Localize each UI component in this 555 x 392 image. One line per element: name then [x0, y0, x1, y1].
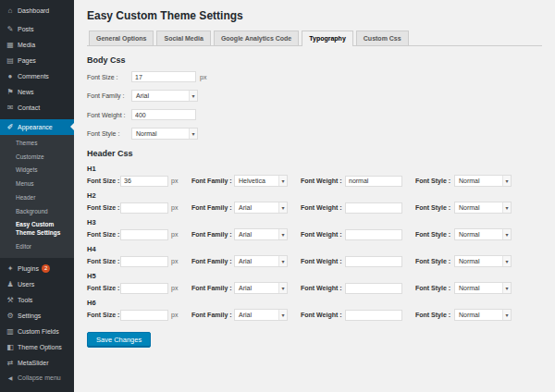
sidebar-item-dashboard[interactable]: ⌂ Dashboard — [0, 3, 74, 18]
h4-block: H4 Font Size : px Font Family : Arial ▾ … — [87, 245, 542, 267]
settings-page: Easy Custom Theme Settings General Optio… — [74, 0, 555, 392]
sidebar-item-tools[interactable]: ⚒ Tools — [0, 292, 74, 308]
sidebar-item-pages[interactable]: ▤ Pages — [0, 53, 74, 68]
tab-general-options[interactable]: General Options — [89, 31, 154, 45]
h1-font-family-select[interactable]: Helvetica ▾ — [234, 175, 288, 187]
sidebar-item-theme-options[interactable]: ◧ Theme Options — [0, 339, 74, 355]
sidebar-item-metaslider[interactable]: ⇄ MetaSlider — [0, 355, 74, 371]
h2-font-style-select[interactable]: Normal ▾ — [454, 202, 512, 214]
h3-block: H3 Font Size : px Font Family : Arial ▾ … — [87, 218, 542, 240]
h5-label: H5 — [87, 272, 542, 280]
font-size-label: Font Size : — [87, 178, 120, 184]
h3-font-family-select[interactable]: Arial ▾ — [234, 228, 288, 240]
contact-icon: ✉ — [6, 104, 15, 112]
h2-font-family-select[interactable]: Arial ▾ — [234, 202, 288, 214]
submenu-item-themes[interactable]: Themes — [0, 137, 74, 151]
sidebar-item-label: Dashboard — [18, 7, 49, 14]
h2-label: H2 — [87, 191, 542, 200]
h5-font-style-select[interactable]: Normal ▾ — [454, 282, 512, 294]
h2-font-weight-input[interactable] — [345, 202, 402, 214]
sidebar-item-label: Comments — [18, 73, 49, 80]
sidebar-item-collapse-menu[interactable]: ◀ Collapse menu — [0, 371, 74, 385]
tab-custom-css[interactable]: Custom Css — [356, 31, 409, 45]
body-font-family-select[interactable]: Arial ▾ — [131, 90, 198, 102]
font-family-label: Font Family : — [191, 231, 234, 238]
sidebar-item-label: Plugins — [18, 265, 39, 272]
sidebar-item-custom-fields[interactable]: ▥ Custom Fields — [0, 324, 74, 339]
sidebar-item-settings[interactable]: ⚙ Settings — [0, 308, 74, 324]
px-suffix: px — [171, 285, 180, 291]
h4-font-style-select[interactable]: Normal ▾ — [454, 255, 512, 267]
h1-font-style-select[interactable]: Normal ▾ — [454, 175, 512, 187]
body-font-family-label: Font Family : — [87, 92, 131, 99]
px-suffix: px — [200, 74, 206, 80]
submenu-item-menus[interactable]: Menus — [0, 178, 74, 191]
chevron-down-icon: ▾ — [502, 256, 511, 266]
h1-font-size-input[interactable] — [120, 176, 168, 187]
sidebar-item-posts[interactable]: ✎ Posts — [0, 21, 74, 37]
h1-font-weight-input[interactable] — [345, 176, 402, 187]
h1-block: H1 Font Size : px Font Family : Helvetic… — [87, 165, 542, 187]
h4-font-weight-input[interactable] — [345, 256, 402, 267]
sidebar-item-plugins[interactable]: ✦ Plugins 2 — [0, 261, 74, 276]
chevron-down-icon: ▾ — [278, 202, 287, 213]
submenu-item-easy-custom-theme-settings[interactable]: Easy Custom Theme Settings — [0, 218, 74, 240]
body-font-size-input[interactable] — [131, 71, 196, 82]
h6-font-style-select[interactable]: Normal ▾ — [454, 309, 512, 321]
submenu-item-header[interactable]: Header — [0, 191, 74, 205]
h3-label: H3 — [87, 218, 542, 227]
sidebar-item-label: Settings — [18, 312, 41, 319]
save-changes-button[interactable]: Save Changes — [87, 332, 151, 348]
font-size-label: Font Size : — [87, 258, 120, 264]
settings-icon: ⚙ — [6, 312, 15, 320]
h3-font-style-select[interactable]: Normal ▾ — [454, 228, 512, 240]
h5-font-weight-input[interactable] — [345, 283, 402, 294]
submenu-item-editor[interactable]: Editor — [0, 240, 74, 254]
submenu-item-background[interactable]: Background — [0, 205, 74, 219]
h3-font-weight-input[interactable] — [345, 229, 402, 240]
appearance-submenu: Themes Customize Widgets Menus Header Ba… — [0, 135, 74, 258]
collapse-menu-label: Collapse menu — [18, 374, 61, 381]
h2-font-size-input[interactable] — [120, 202, 168, 214]
submenu-item-widgets[interactable]: Widgets — [0, 164, 74, 178]
submenu-item-customize[interactable]: Customize — [0, 151, 74, 165]
admin-sidebar: ⌂ Dashboard ✎ Posts ▦ Media ▤ Pages ● Co… — [0, 0, 74, 392]
chevron-down-icon: ▾ — [189, 91, 197, 101]
news-icon: ⚑ — [6, 88, 15, 96]
h4-font-size-input[interactable] — [120, 256, 168, 267]
h6-font-family-select[interactable]: Arial ▾ — [234, 309, 288, 321]
appearance-icon: ✐ — [6, 123, 15, 131]
body-font-weight-input[interactable] — [131, 109, 196, 120]
body-font-style-select[interactable]: Normal ▾ — [131, 128, 198, 140]
chevron-down-icon: ▾ — [278, 229, 287, 239]
sidebar-item-media[interactable]: ▦ Media — [0, 37, 74, 53]
chevron-down-icon: ▾ — [502, 310, 511, 320]
tab-google-analytics-code[interactable]: Google Analytics Code — [214, 31, 299, 45]
sidebar-item-news[interactable]: ⚑ News — [0, 84, 74, 100]
body-font-style-label: Font Style : — [87, 130, 131, 137]
sidebar-item-users[interactable]: ♟ Users — [0, 276, 74, 292]
h6-font-size-input[interactable] — [120, 310, 168, 321]
sidebar-item-label: MetaSlider — [18, 360, 48, 366]
sidebar-item-comments[interactable]: ● Comments — [0, 68, 74, 84]
h5-font-size-input[interactable] — [120, 283, 168, 294]
px-suffix: px — [171, 231, 180, 238]
font-weight-label: Font Weight : — [301, 204, 345, 211]
tab-typography[interactable]: Typography — [302, 31, 353, 46]
chevron-down-icon: ▾ — [502, 283, 511, 293]
h6-font-weight-input[interactable] — [345, 310, 402, 321]
h3-font-size-input[interactable] — [120, 229, 168, 240]
tab-social-media[interactable]: Social Media — [156, 31, 210, 45]
sidebar-item-label: Theme Options — [18, 344, 62, 350]
sidebar-item-appearance[interactable]: ✐ Appearance — [0, 119, 74, 135]
h5-font-family-select[interactable]: Arial ▾ — [234, 282, 288, 294]
font-size-label: Font Size : — [87, 204, 120, 211]
font-style-label: Font Style : — [415, 231, 454, 238]
body-css-heading: Body Css — [87, 55, 542, 65]
header-css-heading: Header Css — [87, 149, 542, 158]
font-style-label: Font Style : — [415, 204, 454, 211]
sidebar-item-label: Appearance — [18, 124, 53, 130]
h4-font-family-select[interactable]: Arial ▾ — [234, 255, 288, 267]
font-style-label: Font Style : — [415, 312, 454, 318]
sidebar-item-contact[interactable]: ✉ Contact — [0, 100, 74, 116]
